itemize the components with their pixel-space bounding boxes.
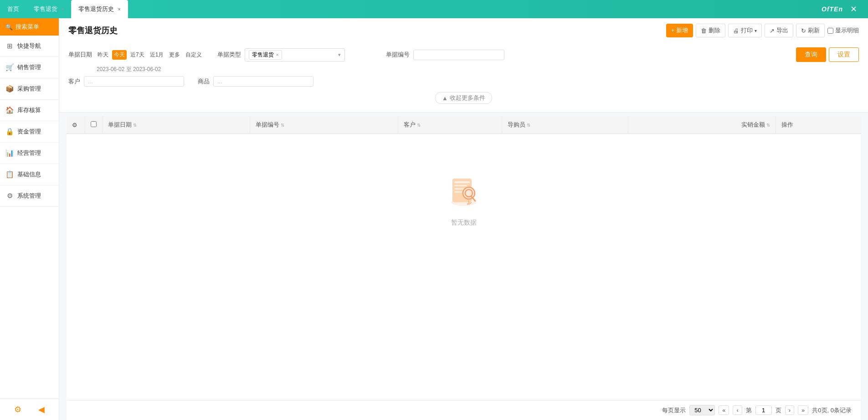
date-btn-yesterday[interactable]: 昨天 [96,50,110,60]
doc-type-select[interactable]: 零售退货 × ▾ [245,48,345,61]
th-action: 操作 [776,116,861,134]
tab-home-label: 首页 [7,5,19,13]
show-detail-checkbox[interactable] [827,28,833,34]
table-header-row: ⚙ 单据日期 ⇅ [67,116,861,134]
tab-retail-return-label: 零售退货 [34,5,57,13]
th-guide-sortable[interactable]: 导购员 ⇅ [508,121,622,129]
add-button[interactable]: + 新增 [666,24,693,37]
sidebar-item-sales-mgmt[interactable]: 🛒 销售管理 [0,57,59,78]
refresh-icon: ↻ [801,27,806,34]
sidebar-item-basic-info-label: 基础信息 [17,170,41,179]
toolbar: + 新增 🗑 删除 🖨 打印 ▾ ↗ 导出 ↻ [666,24,859,37]
tab-list: 首页 零售退货 × 零售退货历史 × [0,0,822,18]
date-btn-today[interactable]: 今天 [112,50,127,60]
page-title-row: 零售退货历史 + 新增 🗑 删除 🖨 打印 ▾ ↗ 导出 [68,24,859,37]
th-settings[interactable]: ⚙ [67,116,85,134]
th-amount-sortable[interactable]: 实销金额 ⇅ [634,121,770,129]
prev-page-button[interactable]: ‹ [733,405,742,415]
next-page-button[interactable]: › [785,405,794,415]
sidebar-item-system-mgmt[interactable]: ⚙ 系统管理 [0,185,59,207]
date-btn-1month[interactable]: 近1月 [148,50,166,60]
page-size-label: 每页显示 [662,406,686,415]
window-close-icon[interactable]: ✕ [847,4,861,14]
sidebar-search[interactable]: 🔍 搜索菜单 [0,18,59,36]
table-container: ⚙ 单据日期 ⇅ [67,116,861,400]
inner-content: ⚙ 单据日期 ⇅ [59,113,868,420]
sidebar-item-inventory[interactable]: 🏠 库存核算 [0,100,59,121]
delete-button[interactable]: 🗑 删除 [696,24,725,37]
sidebar-item-quick-nav[interactable]: ⊞ 快捷导航 [0,36,59,57]
page-size-select[interactable]: 20 50 100 [689,405,715,415]
sidebar-item-purchase-mgmt[interactable]: 📦 采购管理 [0,78,59,100]
th-amount-sort-icon: ⇅ [766,123,770,128]
settings-button[interactable]: 设置 [829,47,859,62]
tab-retail-return-history[interactable]: 零售退货历史 × [71,0,128,18]
th-guide[interactable]: 导购员 ⇅ [502,116,628,134]
page-header: 零售退货历史 + 新增 🗑 删除 🖨 打印 ▾ ↗ 导出 [59,18,868,113]
print-dropdown-arrow: ▾ [755,28,757,33]
collapse-row: ▲ 收起更多条件 [68,90,859,108]
last-page-button[interactable]: » [798,405,808,415]
th-customer[interactable]: 客户 ⇅ [398,116,502,134]
date-btn-custom[interactable]: 自定义 [184,50,204,60]
quick-nav-icon: ⊞ [5,42,14,50]
delete-label: 删除 [709,26,720,35]
doc-type-dropdown-arrow: ▾ [338,52,341,58]
customer-placeholder: ... [88,78,93,85]
doc-type-remove-icon[interactable]: × [276,52,278,57]
sidebar-item-basic-info[interactable]: 📋 基础信息 [0,164,59,185]
date-btn-more[interactable]: 更多 [167,50,182,60]
th-customer-sortable[interactable]: 客户 ⇅ [404,121,497,129]
th-docno[interactable]: 单据编号 ⇅ [250,116,398,134]
date-btn-7days[interactable]: 近7天 [128,50,146,60]
goods-label: 商品 [198,77,210,86]
sidebar-item-purchase-label: 采购管理 [17,85,41,93]
print-icon: 🖨 [733,27,739,34]
th-guide-label: 导购员 [508,121,525,129]
th-date-sortable[interactable]: 单据日期 ⇅ [108,121,245,129]
collapse-arrow-icon: ▲ [442,95,448,102]
svg-rect-3 [454,185,467,186]
sidebar-item-operations[interactable]: 📊 经营管理 [0,143,59,164]
total-records-text: 共0页, 0条记录 [812,406,852,415]
doc-no-input[interactable] [413,50,504,60]
first-page-button[interactable]: « [719,405,729,415]
tab-home[interactable]: 首页 [0,0,26,18]
sidebar-collapse-icon[interactable]: ◀ [38,405,45,415]
select-all-checkbox[interactable] [91,121,97,127]
page-title: 零售退货历史 [68,25,118,36]
delete-icon: 🗑 [701,27,707,34]
goods-placeholder: ... [217,78,222,85]
collapse-button[interactable]: ▲ 收起更多条件 [435,92,492,104]
query-button[interactable]: 查询 [796,47,826,62]
show-detail-checkbox-wrapper[interactable]: 显示明细 [827,26,859,35]
customer-select[interactable]: ... [84,76,184,87]
export-icon: ↗ [770,27,775,34]
tab-retail-return-close[interactable]: × [61,6,64,12]
page-number-input[interactable] [755,405,772,415]
filter-doc-no: 单据编号 [386,50,523,60]
filter-row-2: 客户 ... 商品 ... [68,76,859,87]
th-date[interactable]: 单据日期 ⇅ [102,116,250,134]
finance-icon: 🔒 [5,128,14,136]
th-checkbox [85,116,102,134]
search-icon: 🔍 [5,24,13,31]
th-docno-sortable[interactable]: 单据编号 ⇅ [256,121,392,129]
sidebar-item-finance[interactable]: 🔒 资金管理 [0,121,59,143]
refresh-button[interactable]: ↻ 刷新 [796,24,825,37]
export-button[interactable]: ↗ 导出 [765,24,793,37]
th-action-label: 操作 [781,121,793,128]
sidebar-item-finance-label: 资金管理 [17,128,41,136]
th-amount[interactable]: 实销金额 ⇅ [628,116,776,134]
goods-select[interactable]: ... [213,76,313,87]
empty-state: 暂无数据 [67,134,861,263]
settings-gear-icon[interactable]: ⚙ [14,405,21,415]
date-range-display: 2023-06-02 至 2023-06-02 [97,66,161,73]
tab-retail-return[interactable]: 零售退货 × [26,0,71,18]
pagination-bar: 每页显示 20 50 100 « ‹ 第 页 › » 共0页, 0条记录 [67,400,861,420]
filter-row-1: 单据日期 昨天 今天 近7天 近1月 更多 自定义 单据类型 [68,47,859,62]
sidebar-item-operations-label: 经营管理 [17,149,41,157]
tab-retail-return-history-close[interactable]: × [118,6,120,12]
operations-icon: 📊 [5,149,14,157]
print-button[interactable]: 🖨 打印 ▾ [728,24,762,37]
